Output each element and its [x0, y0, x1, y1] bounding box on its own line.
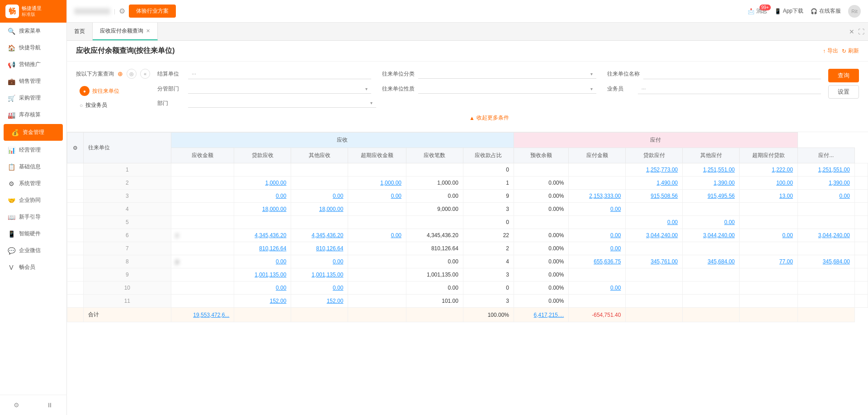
loan-ar-cell[interactable] — [291, 176, 348, 190]
sidebar-collapse-btn[interactable]: ⏸ — [44, 399, 56, 411]
loan-ap-cell[interactable]: 915,495.56 — [683, 190, 740, 203]
filter-settings-btn[interactable]: ◎ — [127, 69, 137, 79]
ar-amount-cell[interactable] — [234, 163, 291, 176]
sidebar-item-guide[interactable]: 📖 新手引导 — [0, 209, 66, 225]
query-button[interactable]: 查询 — [828, 69, 859, 82]
loan-ap-cell[interactable] — [683, 242, 740, 255]
ar-amount-cell[interactable]: 18,000.00 — [234, 203, 291, 216]
sidebar-item-weixin[interactable]: 💬 企业微信 — [0, 242, 66, 259]
other-ap-cell[interactable] — [740, 268, 798, 281]
overdue-ap-cell[interactable]: 1,390.00 — [797, 176, 854, 190]
sidebar-item-smart-hw[interactable]: 📱 智能硬件 — [0, 225, 66, 242]
loan-ar-cell[interactable]: 152.00 — [291, 295, 348, 308]
refresh-btn[interactable]: ↻ 刷新 — [842, 47, 859, 55]
counterpart-category-select[interactable]: ▾ — [418, 70, 596, 79]
loan-ar-cell[interactable] — [291, 216, 348, 229]
loan-ap-cell[interactable] — [683, 268, 740, 281]
loan-ap-cell[interactable]: 3,044,240.00 — [683, 229, 740, 242]
user-avatar[interactable]: Rit — [848, 5, 861, 18]
ap-amount-cell[interactable]: 3,044,240.00 — [626, 229, 683, 242]
ar-amount-cell[interactable]: 1,001,135.00 — [234, 268, 291, 281]
ar-amount-cell[interactable]: 0.00 — [234, 281, 291, 295]
filter-by-staff[interactable]: ○ 按业务员 — [76, 98, 150, 111]
ar-amount-cell[interactable]: 4,345,436.20 — [234, 229, 291, 242]
ar-amount-cell[interactable] — [234, 216, 291, 229]
prepay-cell[interactable]: 2,153,333.00 — [569, 190, 626, 203]
ar-amount-cell[interactable]: 0.00 — [234, 190, 291, 203]
overdue-ap-cell[interactable] — [797, 295, 854, 308]
other-ap-cell[interactable]: 13.00 — [740, 190, 798, 203]
counterpart-name-input[interactable] — [643, 69, 821, 79]
loan-ar-cell[interactable]: 18,000.00 — [291, 203, 348, 216]
overdue-ap-cell[interactable] — [797, 268, 854, 281]
prepay-cell[interactable] — [569, 268, 626, 281]
sidebar-item-search-menu[interactable]: 🔍 搜索菜单 — [0, 23, 66, 39]
settlement-unit-input[interactable]: ··· — [188, 69, 371, 79]
overdue-ap-cell[interactable]: 0.00 — [797, 190, 854, 203]
overdue-ap-cell[interactable]: 1,251,551.00 — [797, 163, 854, 176]
loan-ar-cell[interactable]: 0.00 — [291, 190, 348, 203]
loan-ar-cell[interactable] — [291, 163, 348, 176]
tab-maximize-icon[interactable]: ⛶ — [858, 28, 864, 35]
other-ar-cell[interactable]: 0.00 — [348, 229, 406, 242]
loan-ap-cell[interactable] — [683, 295, 740, 308]
other-ar-cell[interactable] — [348, 242, 406, 255]
filter-add-btn[interactable]: ⊕ — [118, 70, 123, 77]
other-ap-cell[interactable] — [740, 295, 798, 308]
ap-amount-cell[interactable]: 0.00 — [626, 216, 683, 229]
other-ar-cell[interactable] — [348, 295, 406, 308]
prepay-cell[interactable]: 655,636.75 — [569, 255, 626, 268]
dept-manager-select[interactable]: ▾ — [188, 85, 371, 94]
other-ap-cell[interactable] — [740, 242, 798, 255]
sidebar-item-finance[interactable]: 💰 资金管理 — [4, 124, 63, 141]
loan-ar-cell[interactable]: 810,126.64 — [291, 242, 348, 255]
notification-btn[interactable]: 📩 消息 99+ — [748, 7, 767, 15]
salesman-input[interactable]: ··· — [638, 84, 821, 94]
sidebar-item-basic-info[interactable]: 📋 基础信息 — [0, 158, 66, 175]
other-ar-cell[interactable]: 1,000.00 — [348, 176, 406, 190]
prepay-cell[interactable] — [569, 176, 626, 190]
sidebar-item-operations[interactable]: 📊 经营管理 — [0, 142, 66, 158]
tab-close-icon[interactable]: ✕ — [146, 28, 150, 34]
other-ar-cell[interactable] — [348, 268, 406, 281]
ap-amount-cell[interactable]: 1,490.00 — [626, 176, 683, 190]
ap-amount-cell[interactable]: 915,508.56 — [626, 190, 683, 203]
prepay-cell[interactable]: 0.00 — [569, 242, 626, 255]
prepay-cell[interactable]: 0.00 — [569, 203, 626, 216]
loan-ap-cell[interactable]: 1,251,551.00 — [683, 163, 740, 176]
overdue-ap-cell[interactable]: 3,044,240.00 — [797, 229, 854, 242]
ap-amount-cell[interactable] — [626, 242, 683, 255]
prepay-cell[interactable]: 0.00 — [569, 281, 626, 295]
gear-icon[interactable]: ⚙ — [73, 145, 78, 151]
total-prepay[interactable]: 6,417,215.... — [514, 308, 569, 322]
loan-ar-cell[interactable]: 4,345,436.20 — [291, 229, 348, 242]
sidebar-item-sales[interactable]: 💼 销售管理 — [0, 73, 66, 90]
counterpart-nature-select[interactable]: ▾ — [418, 85, 596, 94]
loan-ap-cell[interactable]: 0.00 — [683, 216, 740, 229]
sidebar-settings-btn[interactable]: ⚙ — [11, 399, 22, 411]
overdue-ap-cell[interactable] — [797, 281, 854, 295]
other-ap-cell[interactable]: 77.00 — [740, 255, 798, 268]
other-ar-cell[interactable] — [348, 255, 406, 268]
prepay-cell[interactable] — [569, 295, 626, 308]
ap-amount-cell[interactable] — [626, 268, 683, 281]
export-btn[interactable]: ↑ 导出 — [823, 47, 838, 55]
department-select[interactable]: ▾ — [188, 99, 376, 108]
filter-collapse-nav-btn[interactable]: « — [140, 69, 150, 79]
other-ap-cell[interactable]: 0.00 — [740, 229, 798, 242]
other-ap-cell[interactable] — [740, 203, 798, 216]
sidebar-item-system[interactable]: ⚙ 系统管理 — [0, 175, 66, 192]
tab-close-all-icon[interactable]: ✕ — [849, 28, 854, 35]
ap-amount-cell[interactable] — [626, 281, 683, 295]
ap-amount-cell[interactable]: 1,252,773.00 — [626, 163, 683, 176]
ar-amount-cell[interactable]: 810,126.64 — [234, 242, 291, 255]
loan-ar-cell[interactable]: 0.00 — [291, 255, 348, 268]
sidebar-item-vip[interactable]: V 畅会员 — [0, 259, 66, 276]
other-ar-cell[interactable] — [348, 203, 406, 216]
ar-amount-cell[interactable]: 1,000.00 — [234, 176, 291, 190]
ap-amount-cell[interactable] — [626, 295, 683, 308]
ar-amount-cell[interactable]: 152.00 — [234, 295, 291, 308]
loan-ap-cell[interactable]: 345,684.00 — [683, 255, 740, 268]
loan-ar-cell[interactable]: 0.00 — [291, 281, 348, 295]
loan-ap-cell[interactable] — [683, 203, 740, 216]
